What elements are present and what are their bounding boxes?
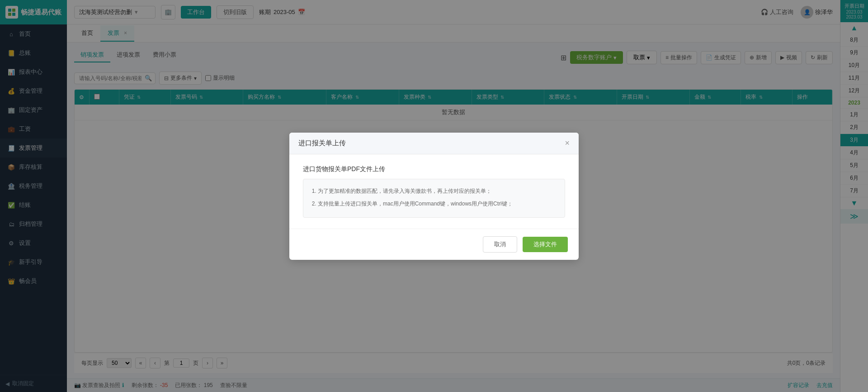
cancel-button[interactable]: 取消 <box>483 236 517 253</box>
modal-overlay[interactable]: 进口报关单上传 × 进口货物报关单PDF文件上传 为了更加精准的数据匹配，请先录… <box>0 0 868 392</box>
modal-info-box: 为了更加精准的数据匹配，请先录入海关缴款书，再上传对应的报关单； 支持批量上传进… <box>303 179 565 218</box>
modal-footer: 取消 选择文件 <box>289 229 579 260</box>
modal-tip-1: 为了更加精准的数据匹配，请先录入海关缴款书，再上传对应的报关单； <box>318 186 557 196</box>
modal-section-title: 进口货物报关单PDF文件上传 <box>303 165 565 173</box>
modal-title: 进口报关单上传 <box>298 139 346 148</box>
modal-header: 进口报关单上传 × <box>289 133 579 154</box>
import-modal: 进口报关单上传 × 进口货物报关单PDF文件上传 为了更加精准的数据匹配，请先录… <box>289 133 579 260</box>
modal-close-button[interactable]: × <box>565 139 570 147</box>
select-file-button[interactable]: 选择文件 <box>523 237 568 252</box>
modal-tip-2: 支持批量上传进口报关单，mac用户使用Command键，windows用户使用C… <box>318 198 557 209</box>
modal-body: 进口货物报关单PDF文件上传 为了更加精准的数据匹配，请先录入海关缴款书，再上传… <box>289 154 579 229</box>
